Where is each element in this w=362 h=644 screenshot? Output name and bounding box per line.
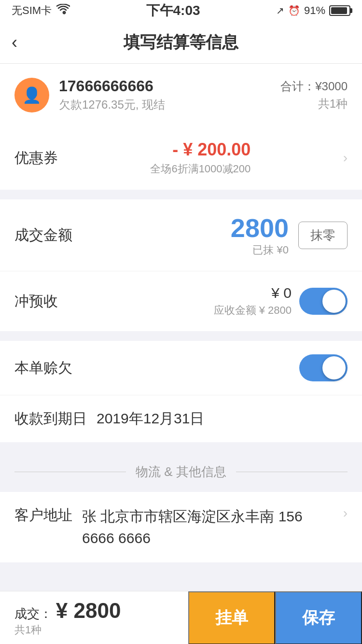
logistics-separator: 物流 & 其他信息 xyxy=(0,452,362,492)
status-time: 下午4:03 xyxy=(146,1,200,20)
address-label: 客户地址 xyxy=(14,505,72,525)
logistics-section: 物流 & 其他信息 客户地址 张 北京市市辖区海淀区永丰南 156 6666 6… xyxy=(0,452,362,562)
due-value: 2019年12月31日 xyxy=(97,409,204,429)
address-value: 张 北京市市辖区海淀区永丰南 156 6666 6666 xyxy=(72,505,343,549)
hang-button[interactable]: 挂单 xyxy=(188,591,275,644)
address-chevron-icon: › xyxy=(343,505,348,521)
coupon-row[interactable]: 优惠券 - ¥ 200.00 全场6折满1000减200 › xyxy=(0,126,362,190)
bottom-bar: 成交： ¥ 2800 共1种 挂单 保存 xyxy=(0,591,362,644)
customer-right: 合计：¥3000 共1种 xyxy=(280,79,348,112)
bendan-label: 本单赊欠 xyxy=(14,358,72,378)
deal-prefix: 成交： xyxy=(14,606,52,621)
coupon-right: - ¥ 200.00 全场6折满1000减200 xyxy=(150,140,251,176)
customer-sub: 欠款1276.35元, 现结 xyxy=(59,97,165,112)
bendan-row: 本单赊欠 xyxy=(0,341,362,395)
deal-label: 成交金额 xyxy=(14,225,72,245)
deal-right: 2800 已抹 ¥0 抹零 xyxy=(231,213,348,257)
logistics-label: 物流 & 其他信息 xyxy=(136,463,226,480)
round-button[interactable]: 抹零 xyxy=(298,222,348,249)
nav-bar: ‹ 填写结算等信息 xyxy=(0,21,362,64)
due-row: 收款到期日 2019年12月31日 xyxy=(0,395,362,442)
total-label: 合计：¥3000 xyxy=(280,79,348,94)
coupon-amount: - ¥ 200.00 xyxy=(150,140,251,160)
chong-toggle[interactable] xyxy=(299,288,348,315)
status-right: ↗ ⏰ 91% xyxy=(276,4,350,17)
customer-card: 👤 17666666666 欠款1276.35元, 现结 合计：¥3000 共1… xyxy=(0,64,362,190)
amount-section: 成交金额 2800 已抹 ¥0 抹零 冲预收 ¥ 0 应收金额 ¥ 2800 xyxy=(0,199,362,331)
line-right xyxy=(236,472,348,472)
deal-value: 2800 xyxy=(231,213,289,242)
bottom-count: 共1种 xyxy=(14,623,174,637)
bendan-toggle-thumb xyxy=(322,356,346,379)
line-left xyxy=(14,472,126,472)
chong-sub: 应收金额 ¥ 2800 xyxy=(214,303,292,318)
total-count: 共1种 xyxy=(280,96,348,112)
deal-row: 成交金额 2800 已抹 ¥0 抹零 xyxy=(0,199,362,271)
alarm-icon: ⏰ xyxy=(288,5,300,16)
chong-right: ¥ 0 应收金额 ¥ 2800 xyxy=(214,285,348,318)
coupon-desc: 全场6折满1000减200 xyxy=(150,162,251,176)
main-content: 👤 17666666666 欠款1276.35元, 现结 合计：¥3000 共1… xyxy=(0,64,362,644)
battery-text: 91% xyxy=(304,4,325,17)
bendan-toggle[interactable] xyxy=(299,354,348,381)
chong-row: 冲预收 ¥ 0 应收金额 ¥ 2800 xyxy=(0,271,362,331)
chong-value: ¥ 0 xyxy=(214,285,292,301)
address-card: 客户地址 张 北京市市辖区海淀区永丰南 156 6666 6666 › xyxy=(0,492,362,562)
customer-left: 👤 17666666666 欠款1276.35元, 现结 xyxy=(14,77,165,112)
coupon-chevron-icon: › xyxy=(343,150,348,166)
back-button[interactable]: ‹ xyxy=(12,32,17,53)
save-button[interactable]: 保存 xyxy=(275,591,362,644)
customer-row: 👤 17666666666 欠款1276.35元, 现结 合计：¥3000 共1… xyxy=(0,64,362,126)
deal-sub: 已抹 ¥0 xyxy=(231,243,289,257)
customer-info: 17666666666 欠款1276.35元, 现结 xyxy=(59,77,165,112)
avatar-icon: 👤 xyxy=(22,86,42,104)
sim-text: 无SIM卡 xyxy=(12,3,52,18)
chong-value-area: ¥ 0 应收金额 ¥ 2800 xyxy=(214,285,292,318)
battery-icon xyxy=(329,5,350,16)
status-bar: 无SIM卡 下午4:03 ↗ ⏰ 91% xyxy=(0,0,362,21)
wifi-icon xyxy=(56,4,70,17)
chong-label: 冲预收 xyxy=(14,292,58,311)
bendan-section: 本单赊欠 收款到期日 2019年12月31日 xyxy=(0,341,362,442)
chong-toggle-thumb xyxy=(322,290,346,313)
address-row[interactable]: 客户地址 张 北京市市辖区海淀区永丰南 156 6666 6666 › xyxy=(0,492,362,562)
coupon-label: 优惠券 xyxy=(14,148,58,168)
avatar: 👤 xyxy=(14,78,49,112)
customer-phone: 17666666666 xyxy=(59,77,165,95)
location-icon: ↗ xyxy=(276,5,284,16)
bottom-deal-amount: ¥ 2800 xyxy=(56,599,121,622)
due-label: 收款到期日 xyxy=(14,409,87,429)
bottom-deal-label: 成交： ¥ 2800 xyxy=(14,599,174,623)
page-title: 填写结算等信息 xyxy=(124,31,238,54)
bottom-summary: 成交： ¥ 2800 共1种 xyxy=(0,599,188,637)
status-left: 无SIM卡 xyxy=(12,3,70,18)
